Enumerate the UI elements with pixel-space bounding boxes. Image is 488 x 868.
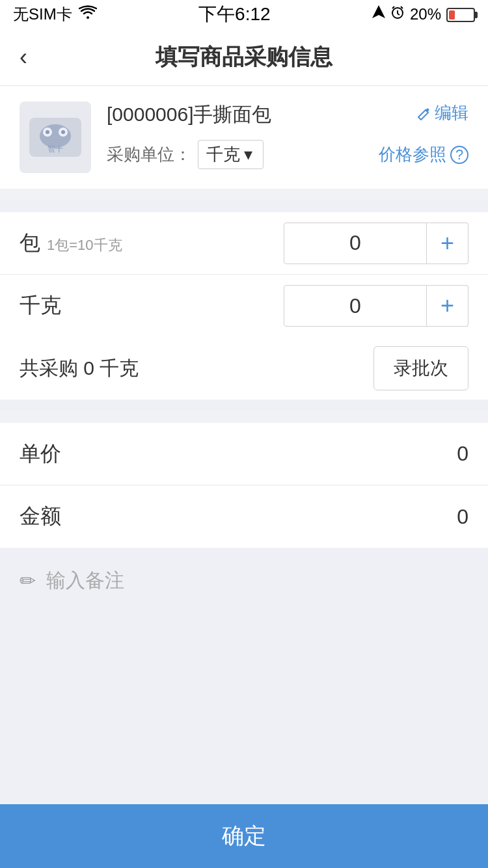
input-section: 包 1包=10千克 0 + 千克 0 + xyxy=(0,212,488,337)
purchase-unit-label: 采购单位： xyxy=(107,143,191,166)
product-header: [0000006]手撕面包 编辑 xyxy=(107,102,468,128)
product-meta: 采购单位： 千克 ▾ 价格参照 ? xyxy=(107,140,468,169)
location-icon xyxy=(372,5,385,23)
content: 智十 [0000006]手撕面包 编辑 采购单位： 千克 xyxy=(0,86,488,809)
note-placeholder: 输入备注 xyxy=(46,567,124,594)
carrier-label: 无SIM卡 xyxy=(13,4,72,25)
confirm-button[interactable]: 确定 xyxy=(0,804,488,868)
content-spacer xyxy=(0,614,488,809)
total-section: 共采购 0 千克 录批次 xyxy=(0,337,488,400)
bag-input-row: 包 1包=10千克 0 + xyxy=(0,212,488,275)
edit-button[interactable]: 编辑 xyxy=(416,102,468,124)
svg-line-3 xyxy=(392,7,394,8)
back-button[interactable]: ‹ xyxy=(20,44,27,71)
svg-point-9 xyxy=(46,130,49,134)
note-section[interactable]: ✏ 输入备注 xyxy=(0,548,488,614)
total-value: 0 xyxy=(83,357,94,379)
edit-label: 编辑 xyxy=(435,102,468,124)
price-ref-icon: ? xyxy=(450,146,468,164)
kg-input-wrapper: 0 + xyxy=(284,285,468,327)
total-unit: 千克 xyxy=(100,357,139,379)
page-title: 填写商品采购信息 xyxy=(156,42,332,72)
purchase-unit: 采购单位： 千克 ▾ xyxy=(107,140,264,169)
product-card: 智十 [0000006]手撕面包 编辑 采购单位： 千克 xyxy=(0,86,488,189)
wifi-icon xyxy=(79,5,97,23)
unit-price-label: 单价 xyxy=(20,440,61,468)
pencil-icon: ✏ xyxy=(20,569,36,592)
battery-percentage: 20% xyxy=(410,5,441,23)
bag-plus-button[interactable]: + xyxy=(427,223,468,264)
status-time: 下午6:12 xyxy=(198,2,271,27)
bag-number-box[interactable]: 0 xyxy=(284,223,427,264)
svg-point-10 xyxy=(61,130,65,134)
svg-text:智十: 智十 xyxy=(47,144,63,154)
price-ref-button[interactable]: 价格参照 ? xyxy=(379,143,468,166)
amount-label: 金额 xyxy=(20,502,61,531)
bag-input-wrapper: 0 + xyxy=(284,223,468,264)
svg-line-2 xyxy=(398,14,400,15)
status-right: 20% xyxy=(372,5,475,23)
nav-bar: ‹ 填写商品采购信息 xyxy=(0,29,488,86)
unit-price-value: 0 xyxy=(457,442,468,466)
status-bar: 无SIM卡 下午6:12 20% xyxy=(0,0,488,29)
svg-line-4 xyxy=(401,7,403,8)
kg-plus-button[interactable]: + xyxy=(427,285,468,327)
bag-sub-label: 1包=10千克 xyxy=(47,236,122,255)
kg-number-box[interactable]: 0 xyxy=(284,285,427,327)
product-info: [0000006]手撕面包 编辑 采购单位： 千克 ▾ xyxy=(107,102,468,169)
total-label: 共采购 0 千克 xyxy=(20,355,139,382)
kg-input-row: 千克 0 + xyxy=(0,275,488,337)
status-left: 无SIM卡 xyxy=(13,4,97,25)
unit-selector[interactable]: 千克 ▾ xyxy=(198,140,264,169)
product-name: [0000006]手撕面包 xyxy=(107,102,271,128)
bag-label: 包 1包=10千克 xyxy=(20,229,124,258)
price-ref-label: 价格参照 xyxy=(379,143,446,166)
bag-value: 0 xyxy=(349,231,361,255)
info-section: 单价 0 金额 0 xyxy=(0,423,488,548)
battery-icon xyxy=(446,5,475,23)
dropdown-arrow: ▾ xyxy=(244,144,252,165)
divider-1 xyxy=(0,200,488,212)
unit-price-row: 单价 0 xyxy=(0,423,488,485)
unit-value: 千克 xyxy=(206,143,240,166)
batch-button[interactable]: 录批次 xyxy=(373,346,468,390)
kg-label: 千克 xyxy=(20,292,124,320)
amount-value: 0 xyxy=(457,505,468,529)
confirm-label: 确定 xyxy=(222,821,266,851)
amount-row: 金额 0 xyxy=(0,485,488,548)
alarm-icon xyxy=(390,5,405,23)
divider-2 xyxy=(0,400,488,411)
kg-value: 0 xyxy=(349,294,361,318)
product-image: 智十 xyxy=(20,102,91,173)
